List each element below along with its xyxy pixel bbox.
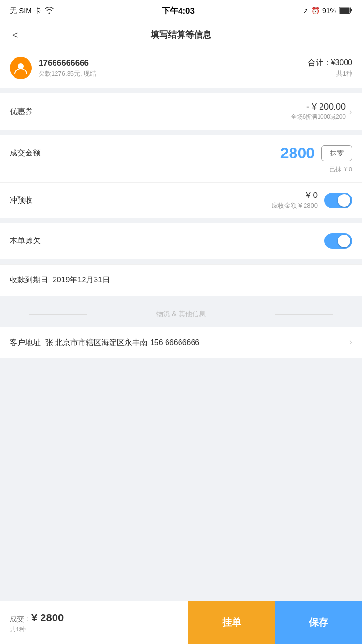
coupon-desc: 全场6折满1000减200 [291,113,346,121]
deal-amount-sub: 已抹 ¥ 0 [10,165,352,182]
avatar [10,57,32,79]
logistics-header-text: 物流 & 其他信息 [156,310,205,318]
wifi-icon [45,7,54,15]
battery-icon [339,7,352,15]
due-date-label: 收款到期日 2019年12月31日 [10,276,110,284]
nav-title: 填写结算等信息 [151,29,211,41]
deal-amount-inner: 成交金额 2800 抹零 已抹 ¥ 0 [0,135,362,182]
credit-label: 本单赊欠 [10,236,41,246]
customer-debt: 欠款1276.35元, 现结 [39,70,96,78]
deal-amount-row: 成交金额 2800 抹零 [10,144,352,165]
hold-button-label: 挂单 [222,616,241,629]
save-button[interactable]: 保存 [275,601,362,644]
prepay-right: ¥ 0 应收金额 ¥ 2800 [272,191,352,210]
prepay-section: 冲预收 ¥ 0 应收金额 ¥ 2800 [0,182,362,218]
coupon-amount: - ¥ 200.00 [291,102,346,112]
alarm-icon: ⏰ [311,7,320,14]
customer-row: 17666666666 欠款1276.35元, 现结 合计：¥3000 共1种 [0,48,362,88]
nav-bar: ＜ 填写结算等信息 [0,21,362,48]
bottom-deal-label: 成交： [10,615,31,623]
prepay-row: 冲预收 ¥ 0 应收金额 ¥ 2800 [10,191,352,210]
deal-amount-value: 2800 [280,144,315,162]
bottom-count: 共1种 [10,625,179,634]
coupon-value: - ¥ 200.00 全场6折满1000减200 [291,102,346,121]
prepay-amount: ¥ 0 [272,191,318,200]
coupon-right: - ¥ 200.00 全场6折满1000减200 › [291,102,352,121]
coupon-row[interactable]: 优惠券 - ¥ 200.00 全场6折满1000减200 › [0,93,362,130]
deal-amount-right: 2800 抹零 [280,144,352,162]
address-value: 张 北京市市辖区海淀区永丰南 156 66666666 [45,337,345,349]
credit-toggle[interactable] [324,233,352,249]
prepay-due: 应收金额 ¥ 2800 [272,201,318,210]
total-count: 共1种 [308,70,353,78]
round-zero-button[interactable]: 抹零 [321,145,352,161]
deal-amount-label: 成交金额 [10,148,41,158]
logistics-header: 物流 & 其他信息 [0,301,362,327]
status-left: 无 SIM 卡 [10,6,54,15]
due-date-section: 收款到期日 2019年12月31日 [0,264,362,296]
location-icon: ↗ [303,7,308,14]
bottom-spacer [0,363,362,406]
bottom-deal-amount: ¥ 2800 [31,612,64,624]
coupon-label: 优惠券 [10,107,33,117]
total-amount: 合计：¥3000 [308,58,353,68]
svg-rect-1 [339,7,349,13]
status-time: 下午4:03 [162,5,195,16]
carrier-text: 无 SIM 卡 [10,6,41,15]
hold-button[interactable]: 挂单 [188,601,275,644]
coupon-chevron-icon: › [349,107,352,117]
address-section[interactable]: 客户地址 张 北京市市辖区海淀区永丰南 156 66666666 › [0,327,362,358]
address-chevron-icon: › [349,337,352,347]
address-label: 客户地址 [10,337,41,348]
content: 17666666666 欠款1276.35元, 现结 合计：¥3000 共1种 … [0,48,362,450]
back-button[interactable]: ＜ [10,28,20,42]
prepay-amount-col: ¥ 0 应收金额 ¥ 2800 [272,191,318,210]
customer-phone: 17666666666 [39,58,96,68]
credit-toggle-knob [338,235,350,247]
customer-info: 17666666666 欠款1276.35元, 现结 [39,58,96,78]
customer-left: 17666666666 欠款1276.35元, 现结 [10,57,96,79]
prepay-label: 冲预收 [10,196,33,206]
bottom-deal-row: 成交：¥ 2800 [10,612,179,624]
battery-text: 91% [322,7,336,14]
status-right: ↗ ⏰ 91% [303,7,352,15]
prepay-toggle-knob [338,194,350,207]
bottom-summary: 成交：¥ 2800 共1种 [0,612,188,634]
customer-right: 合计：¥3000 共1种 [308,58,353,78]
deal-amount-section: 成交金额 2800 抹零 已抹 ¥ 0 冲预收 ¥ 0 应收金额 ¥ 2800 [0,135,362,218]
status-bar: 无 SIM 卡 下午4:03 ↗ ⏰ 91% [0,0,362,21]
save-button-label: 保存 [309,616,328,629]
credit-section: 本单赊欠 [0,223,362,259]
bottom-bar: 成交：¥ 2800 共1种 挂单 保存 [0,601,362,644]
prepay-toggle[interactable] [324,193,352,208]
